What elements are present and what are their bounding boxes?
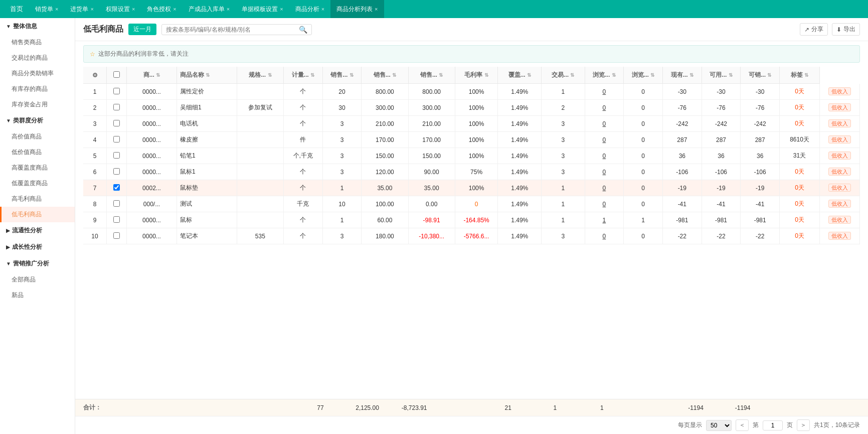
- nav-product-inbound[interactable]: 产成品入库单 ×: [183, 0, 236, 18]
- row-rate2: 1.49%: [498, 212, 542, 228]
- row-checkbox[interactable]: [107, 164, 127, 180]
- chevron-down-icon: ▼: [6, 261, 11, 266]
- row-price1: 60.00: [362, 212, 408, 228]
- row-trade[interactable]: 0: [585, 116, 624, 132]
- sidebar-item-high-coverage[interactable]: 高覆盖度商品: [0, 160, 75, 176]
- th-settings[interactable]: ⚙: [83, 67, 107, 84]
- row-num: 6: [83, 164, 107, 180]
- search-bar[interactable]: 🔍: [161, 24, 312, 35]
- th-view2[interactable]: 浏览... ⇅: [624, 67, 663, 84]
- prev-page-btn[interactable]: ＜: [736, 419, 749, 431]
- share-button[interactable]: ↗ 分享: [800, 23, 828, 36]
- row-checkbox[interactable]: [107, 116, 127, 132]
- row-trade[interactable]: 0: [585, 84, 624, 100]
- page-input[interactable]: [763, 420, 783, 430]
- nav-close-icon[interactable]: ×: [90, 6, 93, 12]
- row-checkbox[interactable]: [107, 148, 127, 164]
- sidebar-group-marketing[interactable]: ▼ 营销推广分析: [0, 255, 75, 272]
- nav-sales-order[interactable]: 销货单 ×: [29, 0, 64, 18]
- row-num: 7: [83, 180, 107, 196]
- th-tag[interactable]: 标签 ⇅: [780, 67, 820, 84]
- data-table-wrapper[interactable]: ⚙ 商... ⇅ 商品名称 ⇅ 规格... ⇅: [75, 67, 868, 399]
- row-checkbox[interactable]: [107, 100, 127, 116]
- row-checkbox[interactable]: [107, 180, 127, 196]
- sidebar-item-in-stock[interactable]: 有库存的商品: [0, 81, 75, 97]
- th-code[interactable]: 商... ⇅: [127, 67, 177, 84]
- row-stock: -981: [702, 212, 741, 228]
- row-checkbox[interactable]: [107, 196, 127, 212]
- th-rate1[interactable]: 毛利率 ⇅: [455, 67, 498, 84]
- sidebar-item-all-products[interactable]: 全部商品: [0, 272, 75, 287]
- row-spec: [237, 116, 283, 132]
- nav-home[interactable]: 首页: [4, 0, 29, 18]
- nav-close-icon[interactable]: ×: [321, 6, 324, 12]
- th-price1[interactable]: 销售... ⇅: [362, 67, 408, 84]
- row-trade[interactable]: 1: [585, 212, 624, 228]
- nav-close-icon[interactable]: ×: [173, 6, 176, 12]
- row-cover: 3: [542, 132, 585, 148]
- row-trade[interactable]: 0: [585, 132, 624, 148]
- sort-icon: ⇅: [804, 72, 808, 78]
- nav-close-icon[interactable]: ×: [55, 6, 58, 12]
- sidebar-item-low-coverage[interactable]: 低覆盖度商品: [0, 176, 75, 191]
- footer-label: 合计：: [83, 403, 101, 412]
- sidebar-item-high-margin[interactable]: 高毛利商品: [0, 191, 75, 207]
- th-view1[interactable]: 浏览... ⇅: [585, 67, 624, 84]
- row-avail: 36: [741, 148, 780, 164]
- row-trade[interactable]: 0: [585, 100, 624, 116]
- th-stock[interactable]: 现有... ⇅: [662, 67, 702, 84]
- export-button[interactable]: ⬇ 导出: [832, 23, 860, 36]
- next-page-btn[interactable]: ＞: [797, 419, 810, 431]
- row-trade[interactable]: 0: [585, 228, 624, 244]
- sidebar-group-liquidity[interactable]: ▶ 流通性分析: [0, 222, 75, 239]
- th-cover[interactable]: 覆盖... ⇅: [498, 67, 542, 84]
- sidebar-item-stock-capital[interactable]: 库存资金占用: [0, 97, 75, 112]
- nav-close-icon[interactable]: ×: [132, 6, 135, 12]
- sidebar-group-overall[interactable]: ▼ 整体信息: [0, 18, 75, 35]
- row-checkbox[interactable]: [107, 212, 127, 228]
- row-trade[interactable]: 0: [585, 164, 624, 180]
- th-unit[interactable]: 计量... ⇅: [283, 67, 322, 84]
- th-qty[interactable]: 销售... ⇅: [322, 67, 362, 84]
- nav-product-analysis-list[interactable]: 商品分析列表 ×: [330, 0, 384, 18]
- sidebar-item-new-products[interactable]: 新品: [0, 287, 75, 303]
- sidebar-item-sales-products[interactable]: 销售类商品: [0, 35, 75, 50]
- th-spec[interactable]: 规格... ⇅: [237, 67, 283, 84]
- th-avail[interactable]: 可用... ⇅: [702, 67, 741, 84]
- nav-purchase-order[interactable]: 进货单 ×: [64, 0, 99, 18]
- sort-icon: ⇅: [650, 72, 654, 78]
- row-trade[interactable]: 0: [585, 148, 624, 164]
- filter-recent-btn[interactable]: 近一月: [128, 24, 156, 35]
- nav-role-auth[interactable]: 角色授权 ×: [141, 0, 182, 18]
- sidebar-group-growth[interactable]: ▶ 成长性分析: [0, 239, 75, 255]
- nav-permission[interactable]: 权限设置 ×: [100, 0, 141, 18]
- nav-close-icon[interactable]: ×: [375, 6, 378, 12]
- top-navigation: 首页 销货单 × 进货单 × 权限设置 × 角色授权 × 产成品入库单 × 单据…: [0, 0, 868, 18]
- nav-close-icon[interactable]: ×: [227, 6, 230, 12]
- sidebar-item-traded-products[interactable]: 交易过的商品: [0, 50, 75, 66]
- select-all-checkbox[interactable]: [113, 71, 120, 78]
- sidebar-item-high-value[interactable]: 高价值商品: [0, 129, 75, 144]
- row-checkbox[interactable]: [107, 132, 127, 148]
- row-price2: 800.00: [408, 84, 455, 100]
- sidebar-item-low-value[interactable]: 低价值商品: [0, 144, 75, 160]
- per-page-select[interactable]: 50 100 200: [706, 420, 732, 431]
- row-view2: -106: [662, 164, 702, 180]
- th-trade[interactable]: 交易... ⇅: [542, 67, 585, 84]
- row-checkbox[interactable]: [107, 228, 127, 244]
- sidebar-item-category-rate[interactable]: 商品分类助销率: [0, 66, 75, 81]
- row-name: 笔记本: [177, 228, 237, 244]
- nav-product-analysis[interactable]: 商品分析 ×: [289, 0, 330, 18]
- nav-template-settings[interactable]: 单据模板设置 ×: [236, 0, 289, 18]
- sidebar-group-cluster[interactable]: ▼ 类群度分析: [0, 112, 75, 129]
- th-checkbox[interactable]: [107, 67, 127, 84]
- nav-close-icon[interactable]: ×: [280, 6, 283, 12]
- th-sale[interactable]: 可销... ⇅: [741, 67, 780, 84]
- search-input[interactable]: [166, 26, 299, 33]
- row-trade[interactable]: 0: [585, 180, 624, 196]
- row-checkbox[interactable]: [107, 84, 127, 100]
- th-name[interactable]: 商品名称 ⇅: [177, 67, 237, 84]
- sidebar-item-low-margin[interactable]: 低毛利商品: [0, 207, 75, 222]
- th-price2[interactable]: 销售... ⇅: [408, 67, 455, 84]
- row-trade[interactable]: 0: [585, 196, 624, 212]
